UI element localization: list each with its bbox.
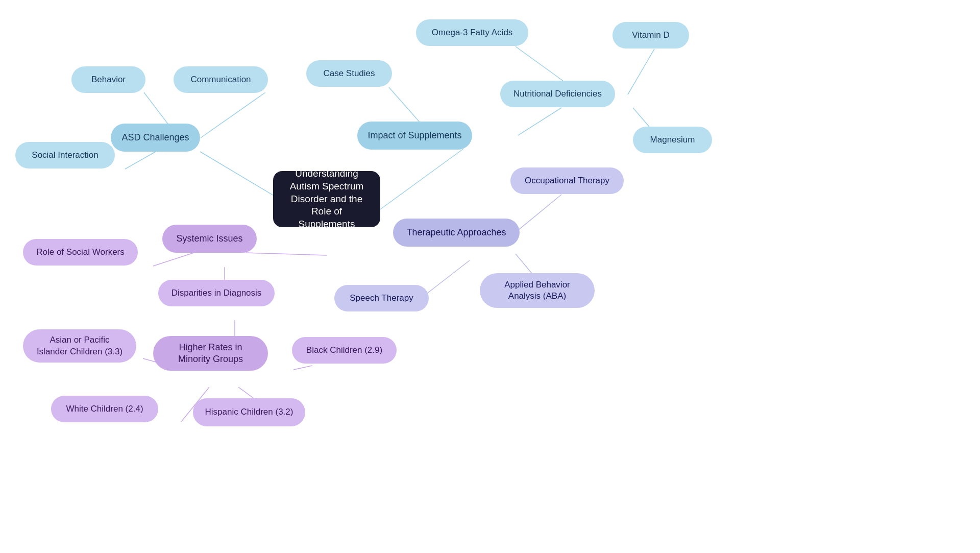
role-social-workers-node: Role of Social Workers — [23, 239, 138, 266]
svg-line-3 — [125, 152, 156, 169]
aba-node: Applied Behavior Analysis (ABA) — [480, 273, 595, 308]
svg-line-19 — [293, 366, 312, 370]
therapeutic-approaches-node: Therapeutic Approaches — [393, 219, 520, 247]
nutritional-deficiencies-node: Nutritional Deficiencies — [500, 81, 615, 107]
hispanic-children-node: Hispanic Children (3.2) — [193, 398, 305, 426]
svg-line-6 — [518, 108, 561, 135]
black-children-node: Black Children (2.9) — [292, 337, 397, 364]
svg-line-11 — [516, 195, 561, 232]
social-interaction-node: Social Interaction — [15, 142, 115, 169]
asd-challenges-node: ASD Challenges — [111, 124, 200, 152]
svg-line-4 — [380, 149, 463, 209]
omega3-node: Omega-3 Fatty Acids — [416, 19, 528, 46]
disparities-diagnosis-node: Disparities in Diagnosis — [158, 280, 275, 306]
case-studies-node: Case Studies — [306, 60, 392, 87]
systemic-issues-node: Systemic Issues — [162, 225, 257, 253]
impact-supplements-node: Impact of Supplements — [357, 122, 472, 150]
occupational-therapy-node: Occupational Therapy — [510, 167, 624, 194]
white-children-node: White Children (2.4) — [51, 396, 158, 422]
asian-pacific-node: Asian or Pacific Islander Children (3.3) — [23, 329, 136, 363]
speech-therapy-node: Speech Therapy — [334, 285, 429, 311]
svg-line-2 — [201, 92, 265, 138]
communication-node: Communication — [174, 66, 268, 93]
behavior-node: Behavior — [71, 66, 145, 93]
svg-line-14 — [246, 253, 327, 255]
higher-rates-node: Higher Rates in Minority Groups — [153, 336, 268, 371]
vitamin-d-node: Vitamin D — [612, 22, 689, 49]
magnesium-node: Magnesium — [633, 127, 712, 153]
svg-line-8 — [628, 49, 654, 94]
center-node: Understanding Autism Spectrum Disorder a… — [273, 171, 380, 227]
